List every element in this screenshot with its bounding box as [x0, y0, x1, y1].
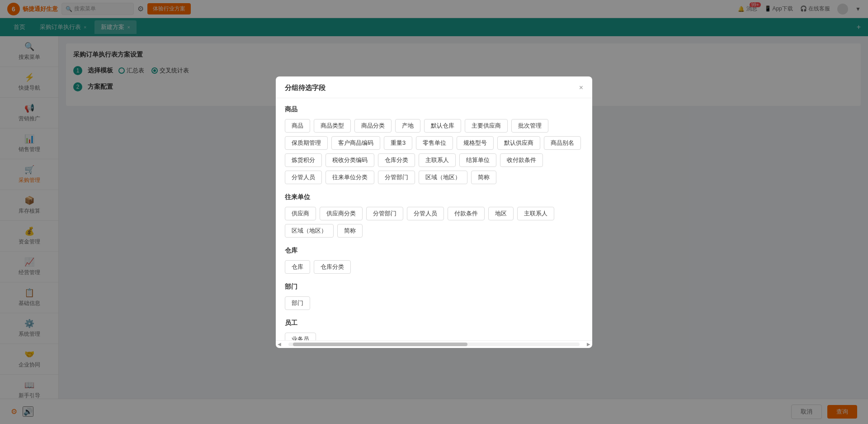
modal-close-button[interactable]: × — [579, 84, 583, 92]
modal-hscroll-left[interactable]: ◀ — [276, 341, 283, 348]
field-tag-partner-supervisor[interactable]: 分管人员 — [407, 207, 444, 220]
section-product-title: 商品 — [285, 105, 583, 114]
modal-hscroll[interactable] — [288, 343, 580, 346]
field-tag-warehouse[interactable]: 仓库 — [285, 260, 310, 274]
modal-hscroll-right[interactable]: ▶ — [585, 341, 592, 348]
field-tag-warehouse-cat[interactable]: 仓库分类 — [314, 260, 351, 274]
modal-hscroll-container — [283, 341, 585, 348]
modal-body: 商品 商品 商品类型 商品分类 产地 默认仓库 主要供应商 批次管理 保质期管理… — [276, 98, 592, 340]
field-tag-product-type[interactable]: 商品类型 — [314, 119, 351, 133]
field-tag-settlement-unit[interactable]: 结算单位 — [459, 153, 496, 167]
section-partner-title: 往来单位 — [285, 193, 583, 201]
section-warehouse: 仓库 仓库 仓库分类 — [285, 247, 583, 274]
field-tag-main-contact[interactable]: 主联系人 — [419, 153, 456, 167]
field-tag-default-warehouse[interactable]: 默认仓库 — [424, 119, 461, 133]
modal-title: 分组待选字段 — [285, 84, 326, 92]
field-tag-short-name[interactable]: 简称 — [471, 171, 496, 184]
field-tag-partner-main-contact[interactable]: 主联系人 — [517, 207, 554, 220]
section-warehouse-title: 仓库 — [285, 247, 583, 255]
field-tag-supplier[interactable]: 供应商 — [285, 207, 316, 220]
section-employee-title: 员工 — [285, 319, 583, 327]
field-tag-product-alias[interactable]: 商品别名 — [544, 136, 581, 150]
field-tag-transaction-category[interactable]: 往来单位分类 — [326, 171, 374, 184]
field-tag-product-category[interactable]: 商品分类 — [354, 119, 392, 133]
modal-dialog: 分组待选字段 × 商品 商品 商品类型 商品分类 产地 默认仓库 主要供应商 批… — [276, 76, 592, 348]
section-employee: 员工 业务员 — [285, 319, 583, 340]
field-tag-region[interactable]: 区域（地区） — [419, 171, 467, 184]
field-tag-supervisor[interactable]: 分管人员 — [285, 171, 322, 184]
field-tag-product[interactable]: 商品 — [285, 119, 310, 133]
field-tag-supplier-category[interactable]: 供应商分类 — [320, 207, 363, 220]
field-tag-refine-points[interactable]: 炼货积分 — [285, 153, 322, 167]
field-tag-sales-person[interactable]: 业务员 — [285, 333, 316, 340]
field-tag-batch-mgmt[interactable]: 批次管理 — [511, 119, 548, 133]
section-department-title: 部门 — [285, 283, 583, 291]
field-tag-payment-terms[interactable]: 收付款条件 — [500, 153, 543, 167]
section-product-tags: 商品 商品类型 商品分类 产地 默认仓库 主要供应商 批次管理 保质期管理 客户… — [285, 119, 583, 184]
field-tag-dept[interactable]: 分管部门 — [378, 171, 415, 184]
section-partner: 往来单位 供应商 供应商分类 分管部门 分管人员 付款条件 地区 主联系人 区域… — [285, 193, 583, 238]
section-partner-tags: 供应商 供应商分类 分管部门 分管人员 付款条件 地区 主联系人 区域（地区） … — [285, 207, 583, 238]
field-tag-default-supplier[interactable]: 默认供应商 — [497, 136, 540, 150]
field-tag-area[interactable]: 地区 — [488, 207, 514, 220]
modal-header: 分组待选字段 × — [276, 76, 592, 98]
field-tag-spec-model[interactable]: 规格型号 — [457, 136, 494, 150]
section-product: 商品 商品 商品类型 商品分类 产地 默认仓库 主要供应商 批次管理 保质期管理… — [285, 105, 583, 184]
modal-hscroll-thumb — [293, 343, 467, 346]
field-tag-partner-short-name[interactable]: 简称 — [337, 224, 363, 238]
field-tag-department[interactable]: 部门 — [285, 296, 310, 310]
section-warehouse-tags: 仓库 仓库分类 — [285, 260, 583, 274]
modal-bottom-area: ◀ ▶ — [276, 340, 592, 348]
field-tag-customer-code[interactable]: 客户商品编码 — [331, 136, 380, 150]
field-tag-partner-region[interactable]: 区域（地区） — [285, 224, 334, 238]
section-department-tags: 部门 — [285, 296, 583, 310]
section-employee-tags: 业务员 — [285, 333, 583, 340]
field-tag-tax-code[interactable]: 税收分类编码 — [326, 153, 374, 167]
field-tag-weight3[interactable]: 重量3 — [384, 136, 412, 150]
modal-overlay: 分组待选字段 × 商品 商品 商品类型 商品分类 产地 默认仓库 主要供应商 批… — [0, 0, 868, 424]
field-tag-shelf-life[interactable]: 保质期管理 — [285, 136, 328, 150]
field-tag-retail-unit[interactable]: 零售单位 — [416, 136, 453, 150]
section-department: 部门 部门 — [285, 283, 583, 310]
field-tag-warehouse-category[interactable]: 仓库分类 — [378, 153, 415, 167]
field-tag-partner-dept[interactable]: 分管部门 — [366, 207, 403, 220]
field-tag-main-supplier[interactable]: 主要供应商 — [465, 119, 508, 133]
field-tag-origin[interactable]: 产地 — [395, 119, 420, 133]
field-tag-payment-condition[interactable]: 付款条件 — [448, 207, 485, 220]
